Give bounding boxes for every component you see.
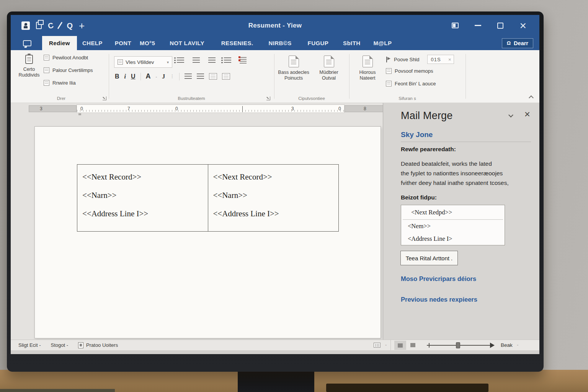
paragraph-mark-icon[interactable]: [240, 57, 247, 64]
merge-field[interactable]: <<Next Record>>: [213, 168, 339, 186]
align-center-icon[interactable]: [197, 74, 204, 80]
ruler-left-margin[interactable]: 3: [29, 105, 77, 112]
merge-table-cell-right[interactable]: <<Next Record>> <<Narn>> <<Address Line …: [208, 165, 339, 231]
horizontal-ruler[interactable]: 0 7 0 3 0: [77, 105, 345, 113]
tab-not-lavily[interactable]: NOT LAVILY: [170, 36, 204, 50]
tab-review-active[interactable]: Rediew: [42, 36, 77, 50]
status-page-indicator[interactable]: Sligt Ecit -: [18, 342, 41, 348]
ribbon-separator: [274, 54, 274, 99]
paragraph-icons-row: [177, 57, 247, 64]
minimize-icon[interactable]: [475, 25, 481, 26]
merge-field[interactable]: <<Address Line I>>: [82, 204, 208, 223]
tab-nirbos[interactable]: NIRB©S: [268, 36, 291, 50]
tab-fugup[interactable]: FUGUP: [308, 36, 329, 50]
copy-icon[interactable]: [36, 22, 42, 29]
share-button[interactable]: Ω Dearr: [502, 38, 533, 48]
search-icon[interactable]: Q: [67, 22, 73, 29]
app-icon[interactable]: [21, 21, 30, 30]
italic-button[interactable]: i: [124, 73, 126, 80]
save-icon[interactable]: [23, 40, 31, 46]
zoom-slider-handle[interactable]: [456, 342, 460, 348]
tab-resenies[interactable]: RESENIES.: [221, 36, 253, 50]
tab-pont[interactable]: PONT: [115, 36, 131, 50]
collapse-ribbon-icon[interactable]: [529, 95, 533, 100]
shading-icon[interactable]: [222, 73, 230, 80]
ribbon-separator: [109, 54, 109, 99]
bullet-list-icon[interactable]: [177, 57, 184, 64]
recipient-link[interactable]: Sky Jone: [401, 131, 433, 139]
merge-field[interactable]: <<Address Line I>>: [213, 204, 339, 223]
panel-action-button[interactable]: Teea Rital Arttont .: [400, 251, 458, 265]
close-icon[interactable]: ×: [519, 21, 526, 29]
panel-close-icon[interactable]: ×: [524, 108, 530, 120]
chevron-down-icon[interactable]: [509, 113, 513, 117]
monitor-stand: [238, 369, 314, 392]
more-dots-icon[interactable]: ⋮: [170, 74, 174, 79]
pen-icon[interactable]: [57, 22, 63, 29]
ribbon-display-icon[interactable]: [452, 23, 459, 28]
panel-link-2[interactable]: Previous nedes rexpieers: [401, 296, 477, 303]
tab-mo5[interactable]: MO°5: [140, 36, 155, 50]
add-icon[interactable]: +: [79, 21, 85, 31]
view-print-layout-button[interactable]: [394, 341, 406, 350]
ruler-right-margin[interactable]: 8: [345, 105, 389, 112]
status-word-count[interactable]: Stogot -: [51, 342, 69, 348]
quick-access-toolbar: C Q +: [11, 21, 85, 31]
address-block-line1: Bass aodecles: [278, 70, 309, 75]
dialog-launcher-icon[interactable]: [103, 96, 106, 100]
find-recipient-row[interactable]: Poove Shld 01S ×: [386, 55, 454, 64]
ribbon-item-3[interactable]: Rnwire Ilia: [44, 80, 76, 86]
status-separator: [390, 340, 391, 350]
preview-results-button[interactable]: Hiorous Nateert: [353, 56, 382, 81]
align-left-icon[interactable]: [185, 74, 192, 80]
document-page[interactable]: <<Next Record>> <<Narn>> <<Address Line …: [34, 126, 381, 338]
merge-field-button[interactable]: Müdbrier Outval: [312, 56, 345, 81]
undo-icon[interactable]: C: [47, 21, 54, 30]
underline-button[interactable]: U: [131, 73, 136, 80]
ribbon-item-1[interactable]: Pewiloot Anodbt: [44, 55, 88, 60]
view-web-layout-icon[interactable]: [410, 343, 415, 347]
tab-melp[interactable]: M@LP: [373, 36, 392, 50]
merge-fields-box[interactable]: <Next Redpd>> <Nem>> <Address Line I>: [401, 205, 505, 245]
ribbon-item-2[interactable]: Palour Cvertilimps: [44, 67, 93, 73]
font-name-dropdown[interactable]: Vles V6lldev ▾: [114, 56, 172, 68]
status-proofing[interactable]: Pratoo Uoiters: [78, 342, 118, 348]
tab-chelp[interactable]: CHELP: [82, 36, 103, 50]
borders-icon[interactable]: [209, 73, 217, 80]
field-item[interactable]: <Nem>>: [408, 222, 431, 230]
indent-marker[interactable]: [78, 113, 81, 115]
check-errors-row[interactable]: Povsoof memops: [386, 68, 433, 74]
clipboard-big-button[interactable]: Certo Ruddivids: [18, 55, 41, 78]
field-item[interactable]: <Address Line I>: [408, 235, 452, 243]
screen-bottom-strip: [11, 350, 539, 354]
merge-table-cell-left[interactable]: <<Next Record>> <<Narn>> <<Address Line …: [77, 165, 208, 231]
text-effects-button[interactable]: J: [162, 73, 165, 80]
panel-link-1[interactable]: Moso Previcripars déiors: [401, 275, 476, 283]
zoom-level-label[interactable]: Beak: [501, 342, 513, 348]
zoom-in-icon[interactable]: [490, 343, 495, 348]
tab-sbith[interactable]: SbITH: [343, 36, 360, 50]
dialog-launcher-icon[interactable]: [266, 96, 270, 100]
chevron-down-icon[interactable]: -: [156, 74, 157, 79]
group3-label: Ciputvsontiee: [275, 96, 348, 101]
clear-icon[interactable]: ×: [448, 57, 454, 62]
record-number-input[interactable]: 01S ×: [427, 55, 454, 64]
document-icon: [324, 56, 334, 67]
field-item[interactable]: <Next Redpd>>: [411, 209, 452, 216]
view-read-mode-icon[interactable]: [374, 343, 381, 348]
bold-button[interactable]: B: [115, 73, 119, 80]
maximize-icon[interactable]: [497, 23, 503, 29]
merge-field[interactable]: <<Narn>>: [213, 186, 339, 204]
numbered-list-icon[interactable]: [224, 57, 231, 64]
sort-icon[interactable]: [193, 57, 200, 64]
address-block-button[interactable]: Bass aodecles Poinucts: [277, 56, 310, 81]
merge-table[interactable]: <<Next Record>> <<Narn>> <<Address Line …: [77, 164, 339, 232]
clipboard-button-line1: Certo: [23, 67, 35, 72]
finish-merge-row[interactable]: Feont Bin' L aouce: [386, 81, 436, 87]
zoom-slider-track[interactable]: [430, 345, 491, 346]
font-color-button[interactable]: A: [146, 72, 151, 80]
merge-field[interactable]: <<Narn>>: [82, 186, 208, 204]
dash: -: [517, 342, 518, 348]
indent-icon[interactable]: [208, 57, 216, 64]
merge-field[interactable]: <<Next Record>>: [82, 168, 208, 186]
